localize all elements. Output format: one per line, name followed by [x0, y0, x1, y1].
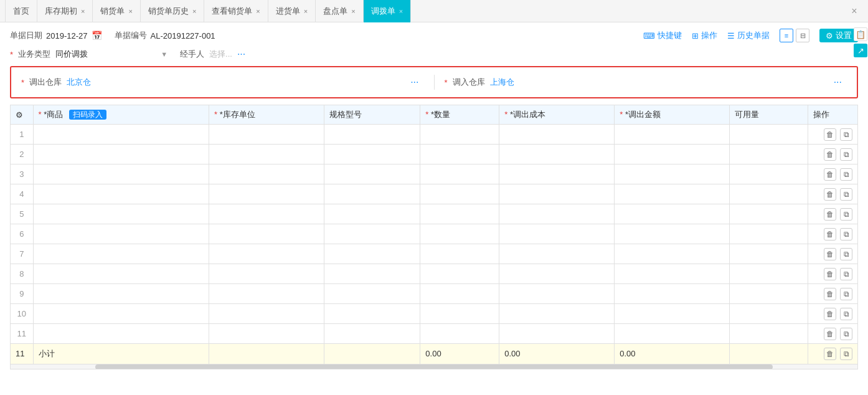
cell-cost[interactable]	[499, 244, 615, 264]
copy-icon[interactable]: ⧉	[840, 328, 852, 340]
cell-amount[interactable]	[615, 224, 730, 244]
in-warehouse-more-icon[interactable]: ···	[829, 77, 847, 88]
out-warehouse-value[interactable]: 北京仓	[67, 77, 91, 88]
settings-button[interactable]: ⚙ 设置	[819, 29, 858, 42]
cell-spec[interactable]	[324, 184, 420, 204]
cell-available[interactable]	[730, 224, 808, 244]
cell-qty[interactable]	[420, 164, 499, 184]
copy-icon[interactable]: ⧉	[840, 308, 852, 320]
cell-available[interactable]	[730, 164, 808, 184]
layout-btn-1[interactable]: ≡	[780, 29, 793, 42]
cell-product[interactable]	[33, 145, 209, 164]
cell-qty[interactable]	[420, 125, 499, 145]
delete-icon[interactable]: 🗑	[824, 248, 836, 260]
subtotal-delete-icon[interactable]: 🗑	[824, 348, 836, 360]
cell-cost[interactable]	[499, 284, 615, 304]
cell-unit[interactable]	[209, 304, 324, 324]
layout-btn-2[interactable]: ⊟	[796, 29, 809, 42]
cell-amount[interactable]	[615, 304, 730, 324]
cell-qty[interactable]	[420, 324, 499, 344]
business-type-select[interactable]: 同价调拨 ▼	[55, 49, 167, 60]
cell-product[interactable]	[33, 244, 209, 264]
cell-available[interactable]	[730, 204, 808, 224]
tab-view-sales[interactable]: 查看销货单 ×	[204, 0, 268, 22]
cell-cost[interactable]	[499, 145, 615, 164]
cell-spec[interactable]	[324, 324, 420, 344]
delete-icon[interactable]: 🗑	[824, 128, 836, 141]
cell-amount[interactable]	[615, 145, 730, 164]
cell-product[interactable]	[33, 164, 209, 184]
tab-view-sales-close[interactable]: ×	[256, 7, 260, 15]
cell-available[interactable]	[730, 145, 808, 164]
in-warehouse-value[interactable]: 上海仓	[490, 77, 514, 88]
cell-unit[interactable]	[209, 244, 324, 264]
shortcut-button[interactable]: ⌨ 快捷键	[643, 30, 682, 41]
tab-sales-order-close[interactable]: ×	[128, 7, 132, 15]
cell-product[interactable]	[33, 264, 209, 284]
history-button[interactable]: ☰ 历史单据	[727, 30, 770, 41]
cell-unit[interactable]	[209, 125, 324, 145]
cell-qty[interactable]	[420, 204, 499, 224]
cell-qty[interactable]	[420, 184, 499, 204]
tab-inventory-check[interactable]: 盘点单 ×	[316, 0, 363, 22]
cell-spec[interactable]	[324, 164, 420, 184]
cell-amount[interactable]	[615, 284, 730, 304]
gear-icon[interactable]: ⚙	[16, 110, 23, 120]
cell-cost[interactable]	[499, 224, 615, 244]
person-select[interactable]: 选择...	[209, 49, 232, 60]
cell-amount[interactable]	[615, 324, 730, 344]
cell-cost[interactable]	[499, 184, 615, 204]
cell-amount[interactable]	[615, 164, 730, 184]
cell-product[interactable]	[33, 184, 209, 204]
cell-spec[interactable]	[324, 224, 420, 244]
cell-qty[interactable]	[420, 264, 499, 284]
cell-unit[interactable]	[209, 324, 324, 344]
cell-qty[interactable]	[420, 224, 499, 244]
tab-sales-history[interactable]: 销货单历史 ×	[141, 0, 204, 22]
cell-spec[interactable]	[324, 145, 420, 164]
cell-unit[interactable]	[209, 204, 324, 224]
cell-cost[interactable]	[499, 264, 615, 284]
cell-spec[interactable]	[324, 264, 420, 284]
tab-purchase-close[interactable]: ×	[304, 7, 308, 15]
cell-product[interactable]	[33, 224, 209, 244]
delete-icon[interactable]: 🗑	[824, 328, 836, 340]
scrollbar-thumb[interactable]	[95, 364, 773, 369]
cell-unit[interactable]	[209, 145, 324, 164]
cell-qty[interactable]	[420, 284, 499, 304]
copy-icon[interactable]: ⧉	[840, 168, 852, 181]
copy-icon[interactable]: ⧉	[840, 228, 852, 240]
cell-unit[interactable]	[209, 264, 324, 284]
cell-amount[interactable]	[615, 125, 730, 145]
cell-available[interactable]	[730, 324, 808, 344]
delete-icon[interactable]: 🗑	[824, 228, 836, 240]
copy-icon[interactable]: ⧉	[840, 268, 852, 280]
cell-unit[interactable]	[209, 224, 324, 244]
person-more-icon[interactable]: ···	[237, 49, 245, 60]
cell-product[interactable]	[33, 284, 209, 304]
cell-spec[interactable]	[324, 244, 420, 264]
cell-available[interactable]	[730, 264, 808, 284]
cell-cost[interactable]	[499, 164, 615, 184]
cell-cost[interactable]	[499, 125, 615, 145]
scan-button[interactable]: 扫码录入	[69, 110, 106, 120]
copy-icon[interactable]: ⧉	[840, 288, 852, 300]
date-value[interactable]: 2019-12-27	[46, 31, 88, 40]
delete-icon[interactable]: 🗑	[824, 148, 836, 161]
tab-sales-history-close[interactable]: ×	[192, 7, 196, 15]
cell-qty[interactable]	[420, 145, 499, 164]
cell-available[interactable]	[730, 244, 808, 264]
cell-qty[interactable]	[420, 244, 499, 264]
cell-product[interactable]	[33, 204, 209, 224]
tab-inventory-init[interactable]: 库存期初 ×	[37, 0, 93, 22]
cell-spec[interactable]	[324, 304, 420, 324]
delete-icon[interactable]: 🗑	[824, 288, 836, 300]
subtotal-copy-icon[interactable]: ⧉	[840, 348, 852, 360]
horizontal-scrollbar[interactable]	[11, 364, 857, 369]
cell-unit[interactable]	[209, 284, 324, 304]
copy-icon[interactable]: ⧉	[840, 148, 852, 161]
tab-transfer[interactable]: 调拨单 ×	[364, 0, 411, 22]
copy-icon[interactable]: ⧉	[840, 188, 852, 201]
tab-inventory-check-close[interactable]: ×	[351, 7, 355, 15]
cell-available[interactable]	[730, 184, 808, 204]
